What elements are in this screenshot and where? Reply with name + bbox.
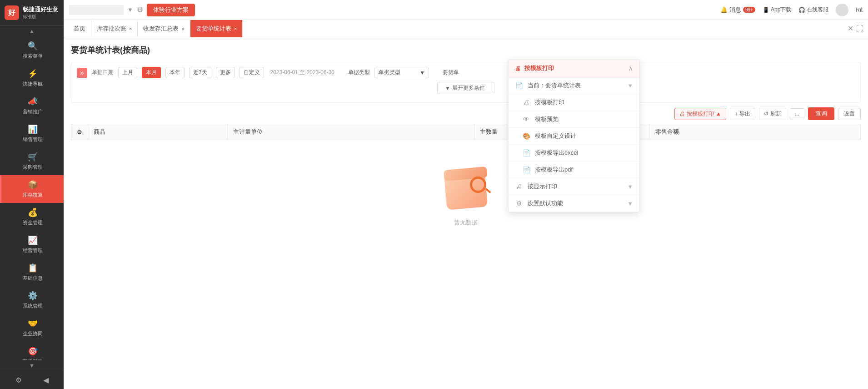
topbar: ▼ ⚙ 体验行业方案 🔔 消息 99+ 📱 App下载 🎧 在线客服 Rit bbox=[64, 0, 868, 20]
app-name: 畅捷通好生意 bbox=[23, 6, 58, 14]
table-settings-btn[interactable]: 设置 bbox=[838, 108, 861, 120]
sidebar-item-operation[interactable]: 📈 经营管理 bbox=[0, 231, 64, 258]
print-icon: 🖨 bbox=[679, 111, 685, 117]
date-btn-this-year[interactable]: 本年 bbox=[165, 67, 185, 78]
export-label: 导出 bbox=[739, 110, 750, 118]
topbar-gear-icon[interactable]: ⚙ bbox=[137, 5, 143, 14]
dropdown-item-export-excel[interactable]: 📄 按模板导出excel bbox=[509, 145, 639, 162]
col-product: 商品 bbox=[88, 124, 228, 140]
user-avatar[interactable] bbox=[836, 4, 848, 16]
download-btn[interactable]: 📱 App下载 bbox=[763, 6, 791, 14]
tab-inventory-batch-close[interactable]: × bbox=[129, 26, 132, 31]
date-btn-more[interactable]: 更多 bbox=[216, 67, 235, 78]
tab-order-stats-label: 要货单统计表 bbox=[196, 25, 231, 33]
tab-receipt-summary-close[interactable]: × bbox=[181, 26, 184, 31]
sidebar-item-inventory[interactable]: 📦 库存核算 bbox=[0, 175, 64, 203]
sidebar-item-label: 库存核算 bbox=[23, 192, 43, 198]
tab-order-stats-close[interactable]: × bbox=[234, 26, 237, 31]
dropdown-collapse-btn[interactable]: ∧ bbox=[629, 65, 633, 72]
export-excel-label: 按模板导出excel bbox=[535, 149, 578, 157]
yaohuo-label: 要货单 bbox=[443, 69, 459, 76]
dropdown-title: 按模板打印 bbox=[524, 64, 554, 72]
expand-icon: ▼ bbox=[445, 85, 450, 91]
filter-area: » 单据日期 上月 本月 本年 近7天 更多 自定义 2023-06-01 至 … bbox=[71, 62, 861, 103]
app-logo: 好 畅捷通好生意 标准版 bbox=[0, 0, 64, 26]
dropdown-item-export-pdf[interactable]: 📄 按模板导出pdf bbox=[509, 162, 639, 178]
expand-more-btn[interactable]: ▼ 展开更多条件 bbox=[437, 82, 494, 94]
settings-footer-btn[interactable]: ⚙ bbox=[15, 376, 22, 384]
system-icon: ⚙️ bbox=[28, 291, 38, 301]
sidebar-item-collab[interactable]: 🤝 企业协同 bbox=[0, 314, 64, 342]
dropdown-item-template-preview[interactable]: 👁 模板预览 bbox=[509, 111, 639, 128]
more-label: ... bbox=[795, 111, 799, 117]
window-maximize-btn[interactable]: ⛶ bbox=[856, 25, 863, 33]
template-preview-icon: 👁 bbox=[522, 116, 530, 123]
sidebar-item-finance[interactable]: 💰 资金管理 bbox=[0, 203, 64, 231]
sidebar-item-guide[interactable]: 🎯 新手引导 bbox=[0, 342, 64, 360]
topbar-search-input[interactable] bbox=[69, 5, 124, 15]
trial-btn[interactable]: 体验行业方案 bbox=[147, 4, 195, 16]
print-dropdown: 🖨 按模板打印 ∧ 📄 当前：要货单统计表 ▼ 🖨 按模板打印 👁 模板预览 🎨… bbox=[508, 59, 640, 212]
filter-expand-btn[interactable]: » bbox=[77, 68, 87, 78]
date-range-display: 2023-06-01 至 2023-06-30 bbox=[270, 69, 334, 76]
topbar-chevron-icon[interactable]: ▼ bbox=[127, 6, 133, 13]
date-btn-7days[interactable]: 近7天 bbox=[189, 67, 211, 78]
export-pdf-label: 按模板导出pdf bbox=[535, 166, 573, 174]
scroll-down-btn[interactable]: ▼ bbox=[0, 360, 64, 371]
sidebar-item-sales[interactable]: 📊 销售管理 bbox=[0, 120, 64, 147]
default-func-label: 设置默认功能 bbox=[528, 199, 563, 207]
sidebar-item-basic[interactable]: 📋 基础信息 bbox=[0, 258, 64, 286]
tab-home[interactable]: 首页 bbox=[68, 20, 91, 37]
service-btn[interactable]: 🎧 在线客服 bbox=[798, 6, 828, 14]
expand-label: 展开更多条件 bbox=[452, 84, 485, 92]
display-print-label: 按显示打印 bbox=[528, 182, 557, 191]
table-header-row: ⚙ 商品 主计量单位 主数量 零售金额 bbox=[71, 124, 861, 140]
dropdown-current-item[interactable]: 📄 当前：要货单统计表 ▼ bbox=[509, 77, 639, 94]
print-btn[interactable]: 🖨 按模板打印 ▲ bbox=[674, 108, 726, 120]
tab-receipt-summary[interactable]: 收发存汇总表 × bbox=[138, 20, 190, 37]
filter-row-date: » 单据日期 上月 本月 本年 近7天 更多 自定义 2023-06-01 至 … bbox=[77, 67, 855, 78]
col-settings[interactable]: ⚙ bbox=[71, 124, 88, 140]
date-label: 单据日期 bbox=[92, 69, 114, 76]
tab-inventory-batch-label: 库存批次账 bbox=[97, 25, 126, 33]
tab-home-label: 首页 bbox=[74, 25, 85, 33]
date-btn-this-month[interactable]: 本月 bbox=[142, 67, 161, 78]
dropdown-item-default-func[interactable]: ⚙ 设置默认功能 ▼ bbox=[509, 195, 639, 212]
export-btn[interactable]: ↑ 导出 bbox=[730, 108, 755, 120]
date-btn-custom[interactable]: 自定义 bbox=[239, 67, 264, 78]
empty-state: 暂无数据 bbox=[71, 140, 861, 254]
date-btn-last-month[interactable]: 上月 bbox=[118, 67, 137, 78]
template-design-label: 模板自定义设计 bbox=[535, 132, 576, 140]
scroll-up-btn[interactable]: ▲ bbox=[0, 26, 64, 36]
bell-icon: 🔔 bbox=[720, 6, 728, 13]
dropdown-item-display-print[interactable]: 🖨 按显示打印 ▼ bbox=[509, 178, 639, 195]
sidebar-item-label: 销售管理 bbox=[23, 136, 43, 143]
data-table: ⚙ 商品 主计量单位 主数量 零售金额 bbox=[71, 124, 861, 140]
current-item-icon: 📄 bbox=[515, 82, 523, 89]
sidebar-item-purchase[interactable]: 🛒 采购管理 bbox=[0, 147, 64, 175]
template-preview-label: 模板预览 bbox=[535, 115, 559, 123]
query-btn[interactable]: 查询 bbox=[808, 107, 834, 120]
topbar-right: 🔔 消息 99+ 📱 App下载 🎧 在线客服 Rit bbox=[720, 4, 863, 16]
notification-btn[interactable]: 🔔 消息 99+ bbox=[720, 6, 755, 14]
sidebar-item-system[interactable]: ⚙️ 系统管理 bbox=[0, 286, 64, 314]
sidebar-nav: 🔍 搜索菜单 ⚡ 快捷导航 📣 营销推广 📊 销售管理 🛒 采购管理 📦 库存核… bbox=[0, 36, 64, 360]
order-type-select[interactable]: 单据类型 ▼ bbox=[374, 67, 429, 78]
more-btn[interactable]: ... bbox=[790, 108, 804, 119]
window-close-btn[interactable]: ✕ bbox=[848, 24, 853, 33]
dropdown-item-template-design[interactable]: 🎨 模板自定义设计 bbox=[509, 128, 639, 145]
username-label[interactable]: Rit bbox=[856, 7, 863, 13]
sidebar-item-label: 经营管理 bbox=[23, 247, 43, 254]
dropdown-item-template-print[interactable]: 🖨 按模板打印 bbox=[509, 94, 639, 111]
collapse-footer-btn[interactable]: ◀ bbox=[43, 376, 49, 384]
tab-inventory-batch[interactable]: 库存批次账 × bbox=[91, 20, 138, 37]
refresh-icon: ↺ bbox=[764, 111, 768, 117]
sidebar-item-marketing[interactable]: 📣 营销推广 bbox=[0, 92, 64, 120]
refresh-btn[interactable]: ↺ 刷新 bbox=[759, 108, 786, 120]
page-title: 要货单统计表(按商品) bbox=[71, 45, 861, 56]
tab-order-stats[interactable]: 要货单统计表 × bbox=[190, 20, 243, 37]
service-label: 在线客服 bbox=[807, 6, 828, 14]
sidebar-item-search[interactable]: 🔍 搜索菜单 bbox=[0, 36, 64, 64]
template-print-label: 按模板打印 bbox=[535, 98, 564, 106]
sidebar-item-quick-nav[interactable]: ⚡ 快捷导航 bbox=[0, 64, 64, 92]
